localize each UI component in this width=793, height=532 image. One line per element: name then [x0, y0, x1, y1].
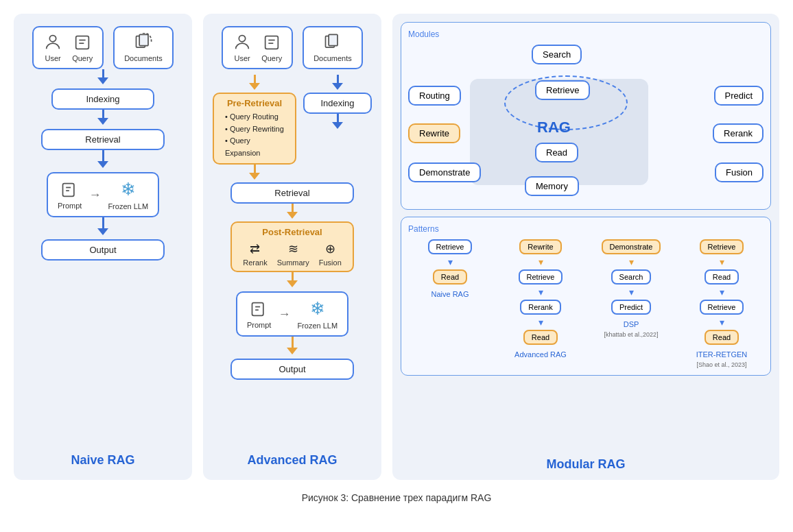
pa-retrieve: Retrieve [519, 269, 563, 285]
advanced-input-row: User Query Documents [222, 26, 363, 69]
pre-retrieval-line-top [254, 75, 256, 83]
advanced-docs-label: Documents [313, 54, 352, 62]
advanced-rag-title: Advanced RAG [247, 453, 337, 468]
svg-rect-5 [139, 34, 148, 45]
pi-arrow1: ▾ [720, 257, 724, 267]
svg-rect-1 [76, 36, 89, 49]
naive-indexing-box: Indexing [51, 88, 154, 110]
advanced-prompt-label: Prompt [247, 321, 271, 329]
pd-title: DSP [624, 320, 639, 328]
pa-rewrite: Rewrite [519, 239, 561, 254]
mod-rag-label: RAG [537, 119, 571, 136]
indexing-line-top [337, 75, 339, 83]
figure-caption: Рисунок 3: Сравнение трех парадигм RAG [302, 492, 492, 503]
advanced-prompt-box: Prompt [247, 300, 271, 329]
pi-arrow3: ▾ [720, 317, 724, 327]
pre-item-2: • Query Rewriting [225, 123, 284, 136]
naive-prompt-box: Prompt [58, 180, 82, 210]
advanced-docs-icon-box: Documents [313, 33, 352, 62]
advanced-query-label: Query [261, 54, 282, 62]
pre-item-1: • Query Routing [225, 111, 284, 123]
advanced-frozen-llm-box: ❄ Frozen LLM [297, 298, 338, 330]
pn-read: Read [433, 269, 467, 285]
svg-rect-6 [62, 183, 73, 196]
adv-snowflake-icon: ❄ [310, 298, 325, 319]
naive-arrow-1-line [102, 69, 104, 77]
pd-search: Search [611, 269, 652, 285]
pd-arrow1: ▾ [629, 257, 634, 267]
patterns-section: Patterns Retrieve ▾ Read Naive RAG Rewri… [401, 217, 771, 376]
naive-arrow-3 [97, 161, 108, 168]
pn-arrow1: ▾ [448, 257, 453, 267]
advanced-docs-box: Documents [303, 26, 363, 69]
mod-fusion: Fusion [715, 162, 764, 182]
indexing-arrow-top [332, 83, 343, 90]
naive-input-row: User Query Documents [32, 26, 174, 69]
pd-subtitle: [khattab et al.,2022] [604, 331, 658, 338]
advanced-llm-box: Prompt → ❄ Frozen LLM [236, 291, 348, 337]
pa-arrow1: ▾ [538, 257, 543, 267]
adv-line-llm [292, 272, 294, 280]
pre-retrieval-items: • Query Routing • Query Rewriting • Quer… [225, 111, 284, 159]
mod-rerank: Rerank [713, 123, 764, 143]
naive-arrow-4 [97, 228, 108, 235]
pre-retrieval-header: Pre-Retrieval [225, 98, 284, 108]
advanced-frozen-llm-label: Frozen LLM [297, 322, 338, 330]
pd-predict: Predict [611, 300, 651, 315]
pn-title: Naive RAG [431, 290, 469, 298]
pre-retrieval-arrow-bot [249, 173, 260, 180]
advanced-mid-row: Pre-Retrieval • Query Routing • Query Re… [213, 75, 372, 180]
naive-user-label: User [45, 54, 61, 62]
modules-grid: Search Routing Predict Retrieve Rewrite … [408, 45, 764, 202]
snowflake-icon: ❄ [121, 179, 136, 200]
mod-read: Read [535, 143, 578, 162]
advanced-rag-panel: User Query Documents [203, 14, 381, 480]
naive-docs-label: Documents [124, 54, 163, 62]
indexing-arrow-bot [332, 122, 343, 129]
pa-arrow3: ▾ [538, 317, 543, 327]
modular-rag-panel: Modules Search Routing Predict Retrieve … [392, 14, 779, 480]
advanced-user-label: User [235, 54, 250, 62]
prompt-icon [60, 180, 80, 200]
pattern-advanced-rag: Rewrite ▾ Retrieve ▾ Rerank ▾ Read Advan… [499, 239, 582, 368]
adv-arrow-llm [287, 280, 298, 287]
fusion-icon: ⊕ [325, 241, 335, 256]
pi-title: ITER-RETGEN [696, 350, 748, 359]
post-summary: ≋ Summary [277, 241, 309, 267]
naive-output-box: Output [41, 239, 165, 261]
pn-retrieve: Retrieve [428, 239, 473, 254]
mod-memory: Memory [525, 176, 579, 196]
naive-frozen-llm-box: ❄ Frozen LLM [108, 179, 148, 210]
advanced-indexing-box: Indexing [303, 93, 372, 114]
naive-arrow-1 [97, 77, 108, 84]
mod-rewrite: Rewrite [408, 123, 460, 143]
pi-read2: Read [705, 330, 739, 345]
svg-rect-15 [252, 303, 263, 316]
adv-line-post [292, 204, 294, 212]
post-fusion-label: Fusion [319, 258, 342, 267]
pd-arrow2: ▾ [629, 287, 634, 297]
adv-line-output [292, 337, 294, 348]
pa-arrow2: ▾ [538, 287, 543, 297]
naive-user-query-box: User Query [32, 26, 104, 69]
post-rerank-label: Rerank [243, 258, 267, 267]
advanced-user-icon-box: User [233, 33, 252, 62]
naive-prompt-label: Prompt [58, 202, 82, 210]
naive-frozen-llm-label: Frozen LLM [108, 202, 148, 210]
pi-read1: Read [705, 269, 739, 285]
post-summary-label: Summary [277, 258, 309, 267]
pattern-naive-rag: Retrieve ▾ Read Naive RAG [408, 239, 492, 368]
modules-section: Modules Search Routing Predict Retrieve … [401, 22, 771, 210]
pattern-iter-retgen: Retrieve ▾ Read ▾ Retrieve ▾ Read ITER-R… [680, 239, 764, 368]
adv-prompt-icon [250, 300, 269, 319]
adv-query-icon [262, 33, 281, 52]
adv-arrow-output [287, 348, 298, 354]
naive-docs-icon-box: Documents [124, 33, 163, 62]
mod-retrieve: Retrieve [535, 80, 590, 100]
svg-point-0 [50, 36, 56, 42]
naive-user-icon-box: User [43, 33, 62, 62]
naive-query-label: Query [72, 54, 93, 62]
post-retrieval-inner: ⇄ Rerank ≋ Summary ⊕ Fusion [243, 241, 342, 267]
svg-point-9 [239, 36, 246, 42]
pd-demonstrate: Demonstrate [602, 239, 661, 254]
